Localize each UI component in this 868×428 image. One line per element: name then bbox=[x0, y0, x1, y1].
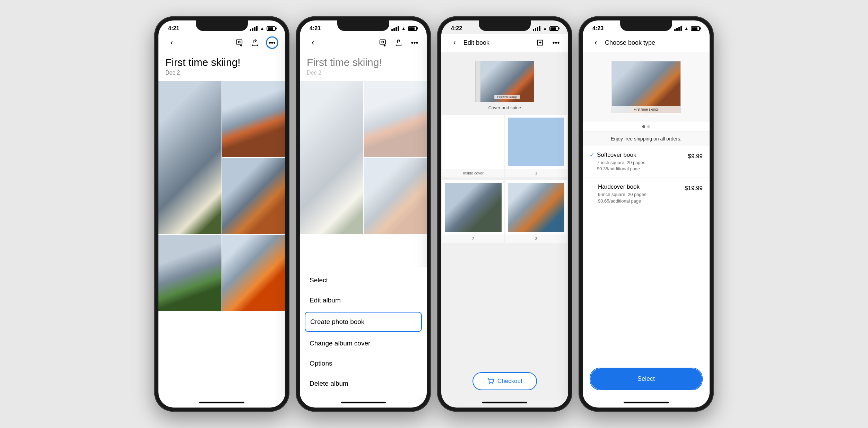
photo-1-4[interactable] bbox=[158, 235, 222, 311]
hardcover-price: $19.99 bbox=[685, 185, 703, 192]
menu-edit-album[interactable]: Edit album bbox=[300, 290, 427, 310]
photo-1-5[interactable] bbox=[222, 235, 285, 311]
menu-options[interactable]: Options bbox=[300, 353, 427, 374]
add-book-icon-3[interactable] bbox=[535, 37, 545, 48]
back-button-1[interactable]: ‹ bbox=[165, 36, 178, 49]
notch-4 bbox=[620, 20, 672, 31]
nav-bar-3: ‹ Edit book ••• bbox=[441, 34, 568, 52]
signal-icon-4 bbox=[674, 26, 682, 31]
home-bar-1 bbox=[199, 402, 244, 403]
time-1: 4:21 bbox=[168, 25, 179, 32]
nav-title-3: Edit book bbox=[461, 39, 535, 46]
notch-3 bbox=[479, 20, 531, 31]
phone-3-screen: 4:22 ▲ ‹ Edit book bbox=[441, 20, 568, 408]
shipping-banner: Enjoy free shipping on all orders. bbox=[583, 131, 710, 146]
book-cover-title: First time skiing! bbox=[494, 95, 520, 99]
notch-2 bbox=[337, 20, 389, 31]
phone-1: 4:21 ▲ ‹ bbox=[154, 16, 289, 412]
page-2-label: 2 bbox=[442, 234, 504, 243]
status-icons-2: ▲ bbox=[391, 26, 417, 31]
checkout-button[interactable]: Checkout bbox=[472, 372, 537, 390]
battery-fill-4 bbox=[692, 27, 697, 30]
phone-4: 4:23 ▲ ‹ Choose book type bbox=[579, 16, 714, 412]
signal-icon-3 bbox=[533, 26, 540, 31]
book-cover-container: First time skiing! bbox=[475, 61, 534, 102]
battery-fill-3 bbox=[550, 27, 556, 30]
hardcover-option[interactable]: Hardcover book 9-inch square, 20 pages $… bbox=[583, 178, 710, 210]
phones-container: 4:21 ▲ ‹ bbox=[140, 2, 728, 426]
cover-label: Cover and spine bbox=[488, 105, 521, 110]
page-1-cell[interactable]: 1 bbox=[505, 115, 567, 177]
book-cover-img: First time skiing! bbox=[480, 61, 534, 102]
select-button-wrapper: Select bbox=[590, 368, 703, 390]
pages-row-1: Inside cover 1 bbox=[441, 114, 568, 178]
time-3: 4:22 bbox=[451, 25, 462, 32]
svg-rect-4 bbox=[380, 40, 386, 44]
wifi-icon-3: ▲ bbox=[542, 26, 547, 31]
grid-1 bbox=[158, 81, 285, 312]
menu-change-cover[interactable]: Change album cover bbox=[300, 333, 427, 353]
nav-actions-3: ••• bbox=[535, 37, 561, 48]
book-preview-img: First time skiing! bbox=[611, 61, 681, 113]
more-button-3[interactable]: ••• bbox=[551, 37, 561, 48]
back-button-2[interactable]: ‹ bbox=[307, 36, 319, 49]
signal-icon-2 bbox=[391, 26, 399, 31]
page-1-label: 1 bbox=[505, 169, 567, 177]
svg-point-10 bbox=[489, 384, 490, 384]
share-icon-1[interactable] bbox=[250, 37, 260, 48]
phone-4-screen: 4:23 ▲ ‹ Choose book type bbox=[583, 20, 710, 408]
dot-1 bbox=[642, 125, 645, 128]
battery-fill-2 bbox=[409, 27, 415, 30]
battery-4 bbox=[691, 26, 700, 31]
nav-title-4: Choose book type bbox=[602, 39, 703, 46]
page-2-cell[interactable]: 2 bbox=[442, 180, 504, 243]
home-indicator-3 bbox=[441, 397, 568, 408]
battery-3 bbox=[549, 26, 558, 31]
page-3-cell[interactable]: 3 bbox=[505, 180, 567, 243]
more-button-1[interactable]: ••• bbox=[266, 36, 278, 49]
wifi-icon-2: ▲ bbox=[401, 26, 406, 31]
photo-grid-1 bbox=[158, 81, 285, 397]
softcover-details: 7-inch square, 20 pages $0.35/additional… bbox=[597, 160, 645, 172]
select-button[interactable]: Select bbox=[590, 368, 702, 390]
add-photo-icon-2[interactable] bbox=[377, 37, 388, 48]
album-title-2: First time skiing! bbox=[300, 52, 427, 70]
book-spine bbox=[475, 61, 480, 102]
photo-1-3[interactable] bbox=[222, 158, 285, 234]
album-date-1: Dec 2 bbox=[158, 70, 285, 81]
dot-2 bbox=[647, 125, 650, 128]
nav-bar-2: ‹ bbox=[300, 34, 427, 52]
battery-2 bbox=[408, 26, 417, 31]
menu-select[interactable]: Select bbox=[300, 270, 427, 290]
more-button-2[interactable]: ••• bbox=[409, 37, 420, 48]
photo-1-1[interactable] bbox=[158, 81, 222, 234]
back-button-3[interactable]: ‹ bbox=[448, 36, 461, 49]
nav-bar-1: ‹ bbox=[158, 34, 285, 52]
time-4: 4:23 bbox=[592, 25, 604, 32]
share-icon-2[interactable] bbox=[393, 37, 404, 48]
phone-2: 4:21 ▲ ‹ bbox=[296, 16, 431, 412]
battery-fill-1 bbox=[268, 27, 273, 30]
softcover-option[interactable]: ✓ Softcover book 7-inch square, 20 pages… bbox=[583, 146, 710, 178]
nav-actions-2: ••• bbox=[377, 37, 420, 48]
nav-bar-4: ‹ Choose book type bbox=[583, 34, 710, 52]
photo-2-2 bbox=[364, 81, 427, 157]
time-2: 4:21 bbox=[310, 25, 321, 32]
menu-delete-album[interactable]: Delete album bbox=[300, 374, 427, 394]
cover-section: First time skiing! Cover and spine bbox=[441, 52, 568, 114]
home-bar-2 bbox=[341, 402, 386, 403]
check-icon-softcover: ✓ bbox=[590, 152, 594, 158]
notch-1 bbox=[196, 20, 248, 31]
hardcover-details: 9-inch square, 20 pages $0.65/additional… bbox=[598, 191, 646, 204]
photo-2-3 bbox=[364, 158, 427, 234]
menu-create-photo-book[interactable]: Create photo book bbox=[305, 312, 422, 332]
home-indicator-2 bbox=[300, 397, 427, 408]
home-bar-3 bbox=[482, 402, 527, 403]
svg-point-5 bbox=[382, 41, 384, 43]
album-title-1: First time skiing! bbox=[158, 52, 285, 70]
inside-cover-cell[interactable]: Inside cover bbox=[442, 115, 504, 177]
add-photo-icon-1[interactable] bbox=[234, 37, 244, 48]
photo-1-2[interactable] bbox=[222, 81, 285, 157]
back-button-4[interactable]: ‹ bbox=[590, 36, 602, 49]
page-3-label: 3 bbox=[505, 234, 567, 243]
